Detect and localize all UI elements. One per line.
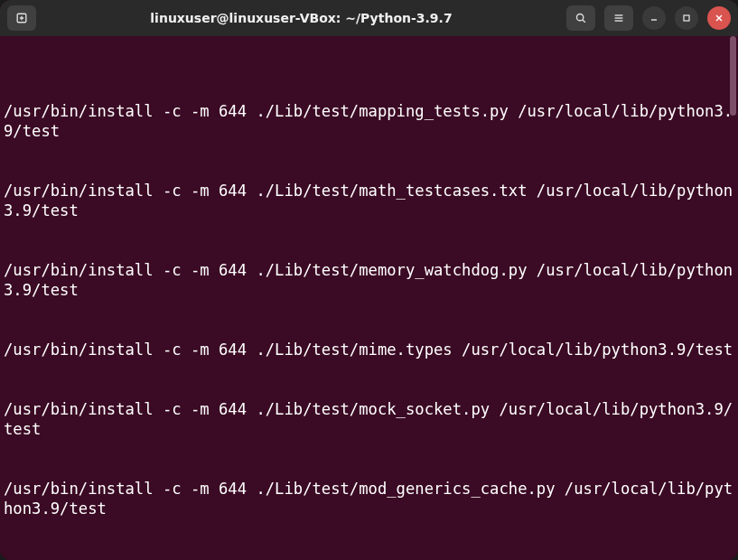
terminal-line: /usr/bin/install -c -m 644 ./Lib/test/mi…: [4, 340, 734, 359]
window-title: linuxuser@linuxuser-VBox: ~/Python-3.9.7: [43, 11, 559, 25]
terminal-output[interactable]: /usr/bin/install -c -m 644 ./Lib/test/ma…: [0, 36, 738, 560]
terminal-line: /usr/bin/install -c -m 644 ./Lib/test/mo…: [4, 399, 734, 439]
close-button[interactable]: [707, 6, 731, 30]
maximize-icon: [682, 14, 691, 23]
terminal-window: linuxuser@linuxuser-VBox: ~/Python-3.9.7: [0, 0, 738, 560]
terminal-line: /usr/bin/install -c -m 644 ./Lib/test/ma…: [4, 101, 734, 141]
maximize-button[interactable]: [675, 6, 698, 30]
menu-button[interactable]: [604, 5, 633, 31]
scrollbar-thumb[interactable]: [730, 36, 736, 116]
terminal-line: /usr/bin/install -c -m 644 ./Lib/test/ma…: [4, 181, 734, 220]
search-icon: [575, 12, 587, 24]
titlebar-right-controls: [566, 5, 731, 31]
terminal-line: /usr/bin/install -c -m 644 ./Lib/test/me…: [4, 260, 734, 300]
titlebar: linuxuser@linuxuser-VBox: ~/Python-3.9.7: [0, 0, 738, 36]
hamburger-icon: [612, 12, 625, 24]
search-button[interactable]: [566, 5, 595, 31]
titlebar-left-controls: [7, 5, 36, 31]
new-tab-button[interactable]: [7, 5, 36, 31]
close-icon: [715, 14, 724, 23]
minimize-icon: [649, 14, 659, 23]
svg-rect-9: [684, 15, 689, 21]
svg-point-3: [576, 14, 583, 20]
minimize-button[interactable]: [642, 6, 666, 30]
terminal-line: /usr/bin/install -c -m 644 ./Lib/test/mo…: [4, 479, 734, 518]
new-tab-icon: [15, 12, 28, 24]
svg-line-4: [583, 20, 585, 23]
